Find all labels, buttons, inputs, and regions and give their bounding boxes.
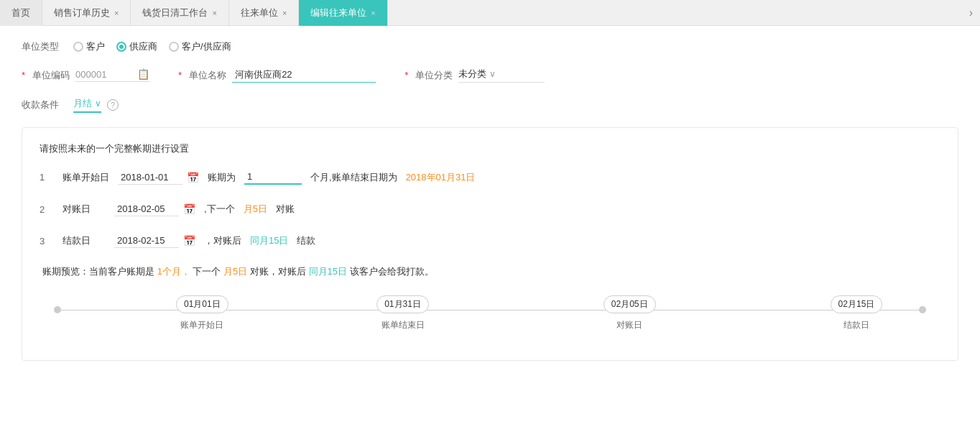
row-1-date: 2018-01-01	[118, 170, 182, 185]
tab-edit-partner[interactable]: 编辑往来单位 ×	[299, 0, 387, 26]
row-2-desc-highlight: 月5日	[244, 203, 267, 216]
radio-both-circle	[169, 42, 179, 52]
tab-partner-unit[interactable]: 往来单位 ×	[229, 0, 299, 26]
unit-type-row: 单位类型 客户 供应商 客户/供应商	[22, 40, 958, 53]
row-1-desc-after: 个月,账单结束日期为	[310, 171, 397, 184]
timeline-container: 01月01日 账单开始日 01月31日 账单结束日 02月05日 对账日 02月…	[40, 295, 940, 346]
row-1-desc-before: 账期为	[208, 171, 236, 184]
radio-supplier[interactable]: 供应商	[116, 40, 157, 53]
row-1-period-input[interactable]	[244, 170, 302, 185]
timeline-node-0: 01月01日 账单开始日	[176, 295, 228, 331]
row-2-date-wrapper: 2018-02-05 📅	[114, 202, 195, 216]
preview-highlight2: 月5日	[223, 266, 247, 277]
radio-supplier-circle	[116, 42, 126, 52]
settings-row-1: 1 账单开始日 2018-01-01 📅 账期为 个月,账单结束日期为 2018…	[40, 170, 940, 185]
timeline-start-dot	[54, 306, 61, 313]
timeline-label-1: 账单结束日	[382, 319, 425, 331]
tab-home-label: 首页	[11, 6, 30, 19]
timeline-badge-2: 02月05日	[604, 295, 656, 313]
unit-category-chevron-icon: ∨	[489, 69, 496, 79]
row-1-num: 1	[40, 172, 54, 183]
row-2-date: 2018-02-05	[114, 202, 179, 216]
preview-suffix: 该客户会给我打款。	[350, 266, 434, 277]
row-2-label: 对账日	[63, 203, 106, 216]
preview-highlight3: 同月15日	[309, 266, 347, 277]
unit-code-input[interactable]	[75, 69, 133, 80]
timeline-label-0: 账单开始日	[180, 319, 223, 331]
payment-condition-value: 月结	[73, 97, 92, 110]
row-3-label: 结款日	[63, 234, 106, 247]
row-3-desc-suffix: 结款	[297, 234, 315, 247]
row-1-date-wrapper: 2018-01-01 📅	[118, 170, 199, 185]
preview-highlight1: 1个月，	[157, 266, 190, 277]
payment-condition-chevron-icon: ∨	[95, 98, 101, 109]
row-2-desc-prefix: ,下一个	[204, 203, 235, 216]
help-icon[interactable]: ?	[107, 99, 119, 111]
unit-code-calendar-icon[interactable]: 📋	[137, 68, 149, 80]
row-3-desc-highlight: 同月15日	[250, 234, 288, 247]
main-content: 单位类型 客户 供应商 客户/供应商 * 单位编码 📋	[0, 26, 980, 437]
row-1-calendar-icon[interactable]: 📅	[187, 172, 199, 183]
preview-prefix: 账期预览：当前客户账期是	[42, 266, 154, 277]
tab-partner-unit-close[interactable]: ×	[282, 9, 287, 17]
tab-bar: 首页 销售订单历史 × 钱货日清工作台 × 往来单位 × 编辑往来单位 × ›	[0, 0, 980, 26]
row-3-date: 2018-02-15	[114, 234, 179, 248]
preview-middle2: 对账，对账后	[250, 266, 306, 277]
unit-type-label: 单位类型	[22, 40, 59, 53]
timeline-end-dot	[919, 306, 926, 313]
unit-category-star: *	[405, 70, 408, 80]
timeline-label-2: 对账日	[616, 319, 642, 331]
payment-condition-group: 月结 ∨ ?	[73, 97, 119, 113]
timeline-badge-0: 01月01日	[176, 295, 228, 313]
unit-category-select[interactable]: 未分类 ∨	[458, 68, 545, 83]
unit-name-group: * 单位名称	[178, 68, 376, 83]
radio-customer-circle	[73, 42, 83, 52]
unit-category-value: 未分类	[458, 68, 486, 80]
radio-customer-label: 客户	[86, 40, 105, 53]
radio-both-label: 客户/供应商	[182, 40, 231, 53]
timeline-node-3: 02月15日 结款日	[831, 295, 883, 331]
radio-supplier-label: 供应商	[129, 40, 157, 53]
settings-row-3: 3 结款日 2018-02-15 📅 ，对账后 同月15日 结款	[40, 234, 940, 248]
row-3-date-wrapper: 2018-02-15 📅	[114, 234, 195, 248]
tab-expand-icon[interactable]: ›	[962, 6, 980, 19]
tab-cash-work-label: 钱货日清工作台	[142, 6, 208, 19]
radio-customer[interactable]: 客户	[73, 40, 105, 53]
tab-cash-work[interactable]: 钱货日清工作台 ×	[131, 0, 228, 26]
unit-name-label: 单位名称	[189, 69, 226, 82]
timeline-badge-1: 01月31日	[376, 295, 429, 313]
row-3-num: 3	[40, 236, 54, 247]
unit-code-label: 单位编码	[32, 69, 70, 82]
row-3-desc-prefix: ，对账后	[204, 234, 241, 247]
payment-condition-label: 收款条件	[22, 98, 59, 111]
unit-code-name-row: * 单位编码 📋 * 单位名称 * 单位分类 未分类 ∨	[22, 68, 958, 83]
unit-category-label: 单位分类	[415, 69, 453, 82]
radio-both[interactable]: 客户/供应商	[169, 40, 231, 53]
unit-category-group: * 单位分类 未分类 ∨	[405, 68, 545, 83]
settings-box: 请按照未来的一个完整帐期进行设置 1 账单开始日 2018-01-01 📅 账期…	[22, 127, 958, 361]
row-1-highlight: 2018年01月31日	[406, 171, 476, 184]
row-2-calendar-icon[interactable]: 📅	[183, 203, 195, 215]
unit-code-group: * 单位编码 📋	[22, 68, 149, 82]
settings-row-2: 2 对账日 2018-02-05 📅 ,下一个 月5日 对账	[40, 202, 940, 216]
tab-sales-history-close[interactable]: ×	[114, 9, 119, 17]
timeline-badge-3: 02月15日	[831, 295, 883, 313]
timeline-node-1: 01月31日 账单结束日	[376, 295, 429, 331]
unit-code-input-wrapper: 📋	[75, 68, 149, 82]
row-3-calendar-icon[interactable]: 📅	[183, 235, 195, 247]
tab-edit-partner-label: 编辑往来单位	[310, 6, 366, 19]
settings-title: 请按照未来的一个完整帐期进行设置	[40, 142, 940, 155]
timeline-node-2: 02月05日 对账日	[604, 295, 656, 331]
unit-code-star: *	[22, 70, 25, 80]
tab-sales-history[interactable]: 销售订单历史 ×	[42, 0, 131, 26]
tab-sales-history-label: 销售订单历史	[54, 6, 110, 19]
preview-section: 账期预览：当前客户账期是 1个月， 下一个 月5日 对账，对账后 同月15日 该…	[40, 265, 940, 278]
unit-name-star: *	[178, 70, 182, 80]
unit-name-input[interactable]	[232, 68, 376, 83]
tab-home[interactable]: 首页	[0, 0, 42, 26]
row-1-label: 账单开始日	[63, 171, 109, 184]
row-2-num: 2	[40, 204, 54, 215]
tab-cash-work-close[interactable]: ×	[212, 9, 216, 17]
tab-edit-partner-close[interactable]: ×	[371, 9, 375, 17]
payment-condition-select[interactable]: 月结 ∨	[73, 97, 101, 113]
